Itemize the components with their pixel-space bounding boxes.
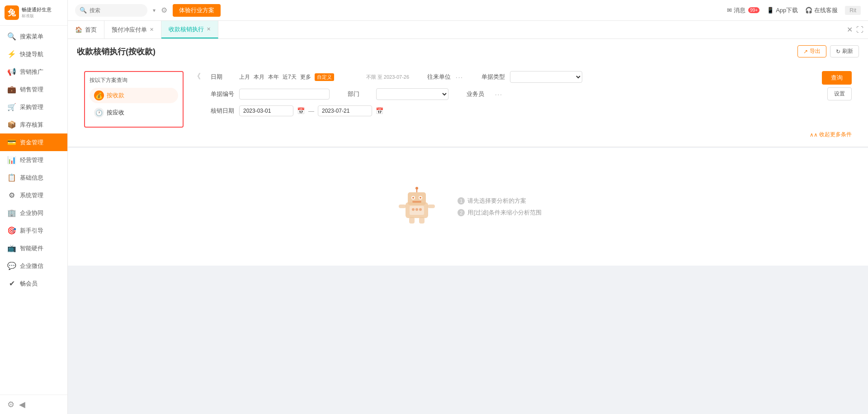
dept-field: 部门 [348, 88, 448, 100]
refresh-button[interactable]: ↻ 刷新 [830, 45, 859, 57]
tabbar-actions: ✕ ⛶ [842, 21, 868, 38]
writeoff-end-input[interactable] [318, 105, 372, 116]
filter-panel: 按以下方案查询 💰 按收款 🕐 按应收 《 [77, 63, 859, 147]
bill-no-input[interactable] [239, 89, 330, 100]
topbar-search-box[interactable]: 🔍 [75, 4, 147, 17]
sales-icon: 💼 [7, 85, 16, 94]
app-version: 标准版 [22, 13, 52, 19]
topbar-arrow-icon[interactable]: ▾ [153, 7, 156, 14]
sidebar: 兔 畅捷通好生意 标准版 🔍 搜索菜单 ⚡ 快捷导航 📢 营销推广 💼 销售管理… [0, 0, 68, 414]
topbar-right: ✉ 消息 99+ 📱 App下载 🎧 在线客服 Rit [727, 6, 861, 15]
sidebar-item-guide[interactable]: 🎯 新手引导 [0, 222, 67, 239]
partner-label: 往来单位 [427, 73, 452, 81]
sidebar-label-operations: 经营管理 [20, 156, 43, 164]
empty-state: 1 请先选择要分析的方案 2 用[过滤]条件来缩小分析范围 [68, 148, 868, 266]
sidebar-item-hardware[interactable]: 📺 智能硬件 [0, 239, 67, 257]
filter-option-by-receivable[interactable]: 🕐 按应收 [90, 105, 178, 120]
sidebar-label-inventory: 库存核算 [20, 121, 43, 129]
date-field: 日期 上月 本月 本年 近7天 更多 自定义 不限 至 2023-07-26 [211, 73, 409, 81]
close-tab-icon[interactable]: ✕ [847, 25, 853, 34]
date-shortcut-this-year[interactable]: 本年 [268, 73, 279, 81]
app-icon: 📱 [767, 7, 774, 14]
filter-row-3: 核销日期 📅 — 📅 [211, 105, 816, 116]
writeoff-start-input[interactable] [239, 105, 293, 116]
online-service-button[interactable]: 🎧 在线客服 [805, 6, 838, 14]
sidebar-label-search: 搜索菜单 [20, 33, 43, 41]
hint-num-2: 2 [458, 209, 465, 216]
sidebar-item-member[interactable]: ✔ 畅会员 [0, 275, 67, 292]
svg-rect-8 [412, 201, 421, 203]
date-custom-badge[interactable]: 自定义 [315, 73, 334, 81]
main-area: 🔍 ▾ ⚙ 体验行业方案 ✉ 消息 99+ 📱 App下载 🎧 在线客服 Rit [68, 0, 868, 414]
sidebar-item-finance[interactable]: 💳 资金管理 [0, 133, 67, 151]
tab-prepay[interactable]: 预付冲应付单 ✕ [104, 21, 161, 38]
bill-no-label: 单据编号 [211, 90, 236, 98]
writeoff-end-cal-icon[interactable]: 📅 [376, 107, 383, 114]
by-receivable-icon: 🕐 [94, 108, 104, 118]
footer-settings-icon[interactable]: ⚙ [7, 400, 14, 409]
bill-type-label: 单据类型 [481, 73, 506, 81]
sidebar-item-shortcut[interactable]: ⚡ 快捷导航 [0, 45, 67, 63]
dept-select[interactable] [376, 88, 448, 100]
basic-icon: 📋 [7, 173, 16, 182]
writeoff-date-field: 核销日期 📅 — 📅 [211, 105, 383, 116]
tab-home[interactable]: 🏠 首页 [68, 21, 104, 38]
fullscreen-icon[interactable]: ⛶ [856, 26, 863, 34]
svg-point-7 [415, 187, 418, 190]
sidebar-item-operations[interactable]: 📊 经营管理 [0, 151, 67, 169]
sidebar-item-sales[interactable]: 💼 销售管理 [0, 81, 67, 98]
sidebar-item-wechat[interactable]: 💬 企业微信 [0, 257, 67, 275]
filter-fields-area: 日期 上月 本月 本年 近7天 更多 自定义 不限 至 2023-07-26 [203, 67, 859, 142]
more-conditions-button[interactable]: ∧∧ 收起更多条件 [810, 131, 852, 138]
tab-receipt-writeoff[interactable]: 收款核销执行 ✕ [161, 21, 218, 38]
sidebar-item-search[interactable]: 🔍 搜索菜单 [0, 28, 67, 45]
staff-label: 业务员 [467, 90, 491, 98]
search-icon: 🔍 [7, 32, 16, 41]
system-icon: ⚙ [7, 191, 16, 200]
writeoff-start-cal-icon[interactable]: 📅 [297, 107, 305, 114]
bill-type-field: 单据类型 [481, 71, 582, 83]
export-icon: ↗ [803, 48, 808, 55]
sidebar-item-basic[interactable]: 📋 基础信息 [0, 169, 67, 186]
sidebar-item-marketing[interactable]: 📢 营销推广 [0, 63, 67, 81]
page-title-row: 收款核销执行(按收款) ↗ 导出 ↻ 刷新 [77, 45, 859, 57]
date-label: 日期 [211, 73, 236, 81]
date-shortcut-more[interactable]: 更多 [300, 73, 311, 81]
sidebar-label-hardware: 智能硬件 [20, 244, 43, 252]
hint-item-1: 1 请先选择要分析的方案 [458, 195, 541, 207]
tab-close-prepay[interactable]: ✕ [150, 27, 154, 33]
sidebar-item-purchase[interactable]: 🛒 采购管理 [0, 98, 67, 116]
sidebar-item-enterprise[interactable]: 🏢 企业协同 [0, 204, 67, 222]
user-profile[interactable]: Rit [845, 6, 861, 15]
footer-collapse-icon[interactable]: ◀ [19, 400, 25, 409]
topbar-gear-icon[interactable]: ⚙ [161, 6, 167, 14]
message-badge: 99+ [748, 7, 760, 13]
filter-collapse-button[interactable]: 《 [191, 72, 203, 81]
sidebar-label-finance: 资金管理 [20, 138, 43, 147]
sidebar-label-member: 畅会员 [20, 280, 38, 288]
sidebar-item-inventory[interactable]: 📦 库存核算 [0, 116, 67, 133]
date-shortcut-7days[interactable]: 近7天 [283, 73, 297, 81]
partner-dots: ··· [456, 74, 463, 81]
date-shortcut-last-month[interactable]: 上月 [239, 73, 250, 81]
topbar-search-input[interactable] [90, 7, 143, 14]
industry-solution-button[interactable]: 体验行业方案 [173, 4, 221, 17]
settings-button[interactable]: 设置 [827, 87, 852, 100]
inventory-icon: 📦 [7, 120, 16, 129]
shortcut-icon: ⚡ [7, 50, 16, 58]
topbar-search-icon: 🔍 [80, 7, 87, 14]
export-button[interactable]: ↗ 导出 [797, 45, 826, 57]
sidebar-footer: ⚙ ◀ [0, 395, 67, 414]
sidebar-label-guide: 新手引导 [20, 227, 43, 235]
date-shortcut-this-month[interactable]: 本月 [254, 73, 264, 81]
tab-close-receipt-writeoff[interactable]: ✕ [207, 26, 211, 32]
guide-icon: 🎯 [7, 226, 16, 235]
bill-type-select[interactable] [510, 71, 582, 83]
app-download-button[interactable]: 📱 App下载 [767, 6, 798, 14]
sidebar-item-system[interactable]: ⚙ 系统管理 [0, 186, 67, 204]
filter-option-by-receipt[interactable]: 💰 按收款 [90, 88, 178, 103]
sidebar-label-basic: 基础信息 [20, 174, 43, 182]
partner-field: 往来单位 ··· [427, 73, 463, 81]
message-button[interactable]: ✉ 消息 99+ [727, 6, 760, 14]
query-button[interactable]: 查询 [822, 71, 852, 85]
